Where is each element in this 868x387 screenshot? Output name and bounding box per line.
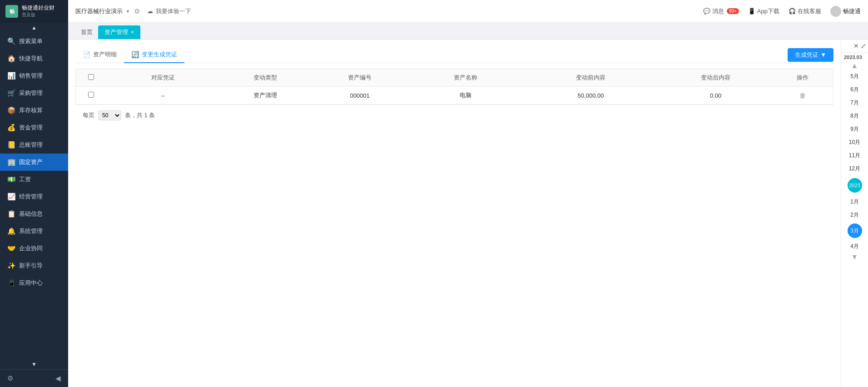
topbar: 医疗器械行业演示 ▼ ⚙ ☁ 我要体验一下 💬 消息 99+ 📱 App下载 🎧…	[68, 0, 868, 23]
select-all-checkbox[interactable]	[88, 74, 94, 80]
chevron-down-icon: ▼	[125, 9, 130, 14]
sidebar-item-ledger[interactable]: 📒 总账管理	[0, 136, 68, 154]
settings-icon[interactable]: ⚙	[7, 374, 13, 382]
experience-button[interactable]: ☁ 我要体验一下	[147, 7, 191, 15]
month-label: 4月	[850, 243, 859, 250]
gear-icon[interactable]: ⚙	[134, 7, 140, 15]
pagination-total: 条，共 1 条	[125, 111, 155, 119]
tab-asset-management[interactable]: 资产管理 ×	[98, 25, 140, 39]
generate-btn-label: 生成凭证	[795, 51, 818, 59]
date-item-2023-3-active[interactable]: 3月	[848, 223, 862, 238]
company-selector[interactable]: 医疗器械行业演示 ▼	[75, 7, 130, 15]
pagination-bar: 每页 50 10 20 100 条，共 1 条	[75, 105, 833, 126]
date-item-7[interactable]: 7月	[841, 96, 868, 109]
tab-label: 资产管理	[104, 28, 128, 36]
sidebar-scroll-up[interactable]: ▲	[0, 23, 68, 33]
user-info[interactable]: 畅捷通	[830, 6, 861, 17]
sidebar-item-guide[interactable]: ✨ 新手引导	[0, 257, 68, 274]
row-name: 电脑	[409, 87, 522, 104]
table-header-code: 资产编号	[311, 69, 409, 87]
date-scroll-down[interactable]: ▼	[841, 253, 868, 261]
sidebar-item-purchase[interactable]: 🛒 采购管理	[0, 84, 68, 102]
sidebar-item-shortcut[interactable]: 🏠 快捷导航	[0, 50, 68, 67]
sidebar-item-label: 固定资产	[19, 158, 43, 166]
sidebar-item-inventory[interactable]: 📦 库存核算	[0, 102, 68, 119]
chart-icon: 📊	[7, 72, 15, 80]
subtab-generate-voucher[interactable]: 🔄 变更生成凭证	[124, 47, 184, 63]
row-checkbox[interactable]	[88, 92, 94, 98]
generate-voucher-button[interactable]: 生成凭证 ▼	[788, 48, 833, 62]
tabbar: 首页 资产管理 ×	[68, 23, 868, 40]
month-label: 7月	[850, 99, 859, 107]
close-icon[interactable]: ✕	[853, 42, 859, 50]
mobile-icon: 📱	[7, 279, 15, 287]
phone-icon: 📱	[748, 8, 755, 15]
table-header-action: 操作	[773, 69, 833, 87]
date-item-9[interactable]: 9月	[841, 123, 868, 136]
sidebar-item-label: 快捷导航	[19, 55, 43, 63]
table-header-voucher: 对应凭证	[106, 69, 220, 87]
logo-icon: 畅	[5, 5, 18, 18]
home-icon: 🏠	[7, 55, 15, 63]
date-item-2023-1[interactable]: 1月	[841, 195, 868, 208]
subtab-asset-detail[interactable]: 📄 资产明细	[75, 47, 124, 63]
date-scroll-up[interactable]: ▲	[841, 62, 868, 70]
row-checkbox-cell	[76, 87, 106, 104]
delete-icon[interactable]: 🗑	[799, 92, 806, 99]
sidebar-item-fixed-asset[interactable]: 🏢 固定资产	[0, 154, 68, 171]
row-code: 000001	[311, 87, 409, 104]
table-header-before: 变动前内容	[523, 69, 659, 87]
sidebar-item-app-center[interactable]: 📱 应用中心	[0, 274, 68, 292]
sidebar-item-management[interactable]: 📈 经营管理	[0, 188, 68, 205]
chevron-down-icon: ▼	[820, 51, 826, 58]
sidebar-item-label: 工资	[19, 175, 31, 184]
table-header-name: 资产名称	[409, 69, 522, 87]
month-label: 11月	[849, 152, 860, 159]
logo-subtitle: 普及版	[22, 12, 55, 18]
bell-icon: 🔔	[7, 227, 15, 235]
sidebar-item-label: 系统管理	[19, 227, 43, 235]
sidebar-logo: 畅 畅捷通好业财 普及版	[0, 0, 68, 23]
date-item-6[interactable]: 6月	[841, 83, 868, 96]
table-row: -- 资产清理 000001 电脑 50,000.00 0.00 🗑	[76, 87, 833, 104]
table-header-type: 变动类型	[220, 69, 311, 87]
sidebar-scroll-down[interactable]: ▼	[0, 359, 68, 369]
headset-icon: 🎧	[789, 8, 796, 15]
sidebar-item-cooperation[interactable]: 🤝 企业协同	[0, 240, 68, 257]
date-item-11[interactable]: 11月	[841, 149, 868, 162]
sidebar-item-salary[interactable]: 💵 工资	[0, 171, 68, 188]
service-button[interactable]: 🎧 在线客服	[789, 7, 821, 15]
date-item-2023-4[interactable]: 4月	[841, 240, 868, 253]
page-content: 📄 资产明细 🔄 变更生成凭证 生成凭证 ▼	[68, 40, 841, 387]
app-download-button[interactable]: 📱 App下载	[748, 7, 779, 15]
document-icon: 📄	[83, 51, 90, 58]
collapse-icon[interactable]: ◀	[55, 374, 61, 382]
message-button[interactable]: 💬 消息 99+	[703, 7, 739, 15]
month-label: 2月	[850, 211, 859, 219]
date-item-2023-2[interactable]: 2月	[841, 208, 868, 222]
sidebar-item-label: 销售管理	[19, 72, 43, 80]
sidebar-bottom: ⚙ ◀	[0, 369, 68, 387]
sidebar-item-system[interactable]: 🔔 系统管理	[0, 223, 68, 240]
sidebar-item-basic-info[interactable]: 📋 基础信息	[0, 205, 68, 223]
logo-title: 畅捷通好业财	[22, 5, 55, 12]
per-page-label: 每页	[83, 111, 94, 119]
sidebar-item-fund[interactable]: 💰 资金管理	[0, 119, 68, 136]
sidebar-item-search[interactable]: 🔍 搜索菜单	[0, 33, 68, 50]
date-item-5[interactable]: 5月	[841, 70, 868, 83]
experience-label: 我要体验一下	[156, 7, 191, 15]
expand-icon[interactable]: ⤢	[861, 42, 866, 50]
month-label: 1月	[850, 198, 859, 206]
table-header-after: 变动后内容	[659, 69, 773, 87]
year-label-2023[interactable]: 2023	[848, 178, 862, 193]
sidebar-item-sales[interactable]: 📊 销售管理	[0, 67, 68, 84]
per-page-select[interactable]: 50 10 20 100	[98, 110, 121, 120]
tab-close-button[interactable]: ×	[131, 29, 134, 35]
date-item-12[interactable]: 12月	[841, 162, 868, 175]
tab-home[interactable]: 首页	[75, 25, 98, 39]
sparkle-icon: ✨	[7, 262, 15, 270]
date-item-10[interactable]: 10月	[841, 136, 868, 149]
avatar	[830, 6, 841, 17]
sidebar-item-label: 资金管理	[19, 124, 43, 132]
date-item-8[interactable]: 8月	[841, 109, 868, 123]
